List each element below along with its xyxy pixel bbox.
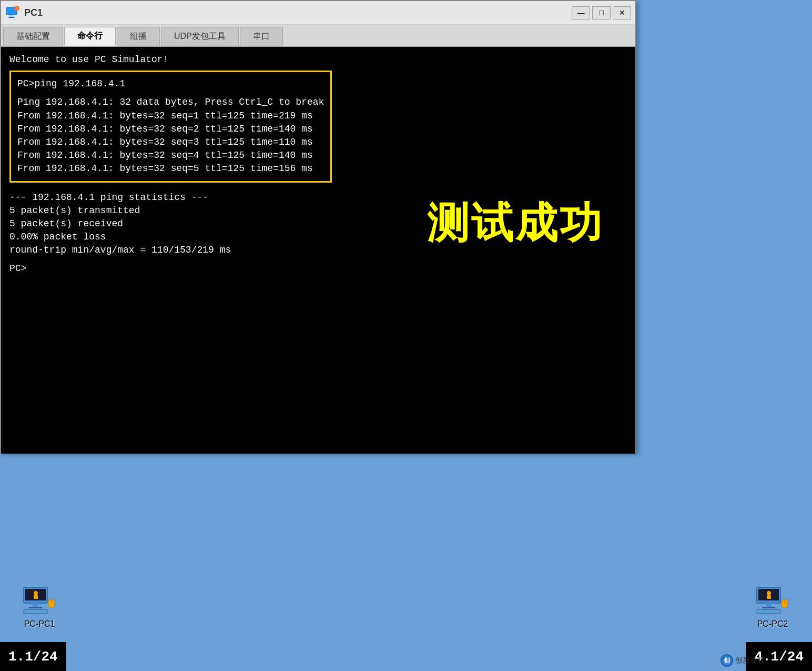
pc2-icon <box>754 579 791 616</box>
svg-rect-16 <box>766 603 772 607</box>
svg-text:!: ! <box>16 7 18 11</box>
svg-rect-22 <box>767 595 771 599</box>
maximize-button[interactable]: □ <box>592 6 611 19</box>
terminal-area[interactable]: Welcome to use PC Simulator! PC>ping 192… <box>1 47 635 454</box>
pc1-icon <box>21 579 58 616</box>
tab-serial[interactable]: 串口 <box>240 27 283 46</box>
tab-command-line[interactable]: 命令行 <box>64 27 116 46</box>
pc-simulator-window: ! PC1 — □ ✕ 基础配置 命令行 组播 UDP发包工具 串口 Welco… <box>0 0 636 453</box>
window-title: PC1 <box>24 7 567 18</box>
window-controls: — □ ✕ <box>572 6 631 19</box>
ping-result-5: From 192.168.4.1: bytes=32 seq=5 ttl=125… <box>17 162 324 175</box>
ip-label-left: 1.1/24 <box>0 642 66 671</box>
tab-basic-config[interactable]: 基础配置 <box>3 27 63 46</box>
ping-output-box: PC>ping 192.168.4.1 Ping 192.168.4.1: 32… <box>9 71 332 182</box>
watermark: 创 创新互联 <box>720 654 765 667</box>
prompt-line: PC> <box>9 262 627 275</box>
svg-rect-13 <box>34 595 38 599</box>
watermark-text: 创新互联 <box>735 656 765 665</box>
ping-header: Ping 192.168.4.1: 32 data bytes, Press C… <box>17 96 324 109</box>
close-button[interactable]: ✕ <box>613 6 631 19</box>
ping-result-1: From 192.168.4.1: bytes=32 seq=1 ttl=125… <box>17 109 324 123</box>
tab-udp-tool[interactable]: UDP发包工具 <box>161 27 239 46</box>
title-bar: ! PC1 — □ ✕ <box>1 1 635 25</box>
ping-result-3: From 192.168.4.1: bytes=32 seq=3 ttl=125… <box>17 136 324 149</box>
ping-result-4: From 192.168.4.1: bytes=32 seq=4 ttl=125… <box>17 149 324 162</box>
desktop: ! PC1 — □ ✕ 基础配置 命令行 组播 UDP发包工具 串口 Welco… <box>0 0 812 671</box>
tab-bar: 基础配置 命令行 组播 UDP发包工具 串口 <box>1 25 635 47</box>
ping-result-2: From 192.168.4.1: bytes=32 seq=2 ttl=125… <box>17 123 324 136</box>
svg-point-21 <box>767 591 771 595</box>
welcome-text: Welcome to use PC Simulator! <box>9 53 627 66</box>
svg-rect-8 <box>29 607 42 608</box>
window-icon: ! <box>5 5 20 20</box>
minimize-button[interactable]: — <box>572 6 590 19</box>
svg-rect-17 <box>762 607 775 608</box>
success-overlay: 测试成功 <box>427 202 604 244</box>
pc1-label: PC-PC1 <box>24 619 55 629</box>
svg-rect-2 <box>8 17 15 18</box>
desktop-icon-pc1[interactable]: PC-PC1 <box>21 579 58 629</box>
pc2-label: PC-PC2 <box>757 619 788 629</box>
ip-left-text: 1.1/24 <box>8 649 58 665</box>
svg-rect-1 <box>10 15 13 17</box>
svg-rect-20 <box>757 609 780 614</box>
svg-point-12 <box>34 591 38 595</box>
desktop-icon-pc2[interactable]: PC-PC2 <box>754 579 791 629</box>
ping-command: PC>ping 192.168.4.1 <box>17 77 324 91</box>
watermark-icon: 创 <box>720 654 733 667</box>
desktop-icons: PC-PC1 PC-PC2 <box>0 579 812 629</box>
svg-rect-11 <box>24 609 47 614</box>
svg-rect-7 <box>33 603 38 607</box>
tab-multicast[interactable]: 组播 <box>117 27 160 46</box>
